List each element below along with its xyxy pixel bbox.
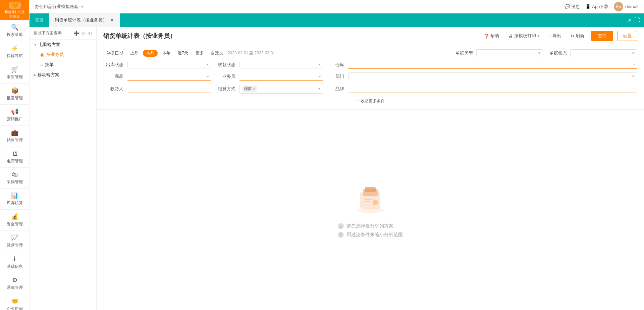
collapse-label: 收起更多条件 xyxy=(361,98,385,104)
sidebar-item-inventory[interactable]: 📊 库存核算 xyxy=(0,189,29,210)
tab-close-window-icon[interactable]: ✕ xyxy=(628,17,632,23)
date-btn-more[interactable]: 更多 xyxy=(193,50,206,57)
sidebar-item-finance-label: 资金管理 xyxy=(7,221,23,227)
payment-method-field: 现款 × ▾ xyxy=(239,84,323,94)
payment-chevron-icon: ▾ xyxy=(318,87,320,91)
print-btn[interactable]: 🖨 按模板打印 ▾ xyxy=(506,32,542,40)
payment-chip-close-icon[interactable]: × xyxy=(253,87,255,91)
date-btn-last-month[interactable]: 上月 xyxy=(127,50,141,57)
salesperson-select[interactable]: ··· xyxy=(239,72,323,81)
print-icon: 🖨 xyxy=(508,34,513,39)
help-btn[interactable]: ❓ 帮助 xyxy=(481,32,502,40)
sidebar-item-enterprise[interactable]: 🤝 企业协同 xyxy=(0,294,29,310)
app-logo: 🧡 畅捷通好生意 标准版 xyxy=(0,0,29,20)
out-status-label: 出库状态 xyxy=(103,62,123,68)
dept-label: 部门 xyxy=(327,73,344,80)
user-profile[interactable]: Ea demo2 xyxy=(614,2,639,11)
logo-icon: 🧡 xyxy=(9,2,21,9)
tab-close-icon[interactable]: ✕ xyxy=(109,17,114,23)
sidebar-item-operations[interactable]: 📈 经营管理 xyxy=(0,231,29,252)
operations-icon: 📈 xyxy=(11,234,18,242)
print-label: 按模板打印 xyxy=(514,33,536,39)
tree-arrow-desktop: ▼ xyxy=(34,43,37,47)
payment-chip-label: 现款 xyxy=(244,86,252,92)
export-btn[interactable]: ↑ 导出 xyxy=(546,32,564,40)
tree-item-desktop[interactable]: ▼ 电脑端方案 xyxy=(30,40,96,50)
brand-select[interactable]: ··· xyxy=(348,85,637,93)
left-panel: 按以下方案查询 ➕ ⊙ ≪ ▼ 电脑端方案 ◉ 按业务员 ≡ 按单 ▶ xyxy=(30,27,97,310)
sidebar-item-shortcut[interactable]: ⚡ 快捷导航 xyxy=(0,41,29,62)
order-icon: ≡ xyxy=(40,62,43,67)
sidebar-item-search[interactable]: 🔍 搜索菜单 xyxy=(0,20,29,41)
empty-hint-2: 2 用过滤条件来缩小分析范围 xyxy=(338,232,403,238)
message-btn[interactable]: 💬 消息 xyxy=(565,4,580,10)
sidebar-item-marketing[interactable]: 📢 营销推广 xyxy=(0,105,29,126)
payment-method-label: 结算方式 xyxy=(215,86,235,92)
refresh-btn[interactable]: ↻ 刷新 xyxy=(568,32,587,40)
tab-maximize-icon[interactable]: ⛶ xyxy=(635,17,640,23)
settings-button[interactable]: 设置 xyxy=(617,31,637,41)
order-type-label: 单据类型 xyxy=(453,50,473,56)
order-status-select[interactable]: ▾ xyxy=(570,49,637,57)
message-label: 消息 xyxy=(571,4,580,10)
payment-method-select[interactable]: 现款 × ▾ xyxy=(239,84,323,94)
receipt-status-label: 收款状态 xyxy=(215,62,235,68)
dept-select[interactable]: ▾ xyxy=(348,72,637,80)
payment-chip[interactable]: 现款 × xyxy=(243,86,257,92)
edit-plan-btn[interactable]: ⊙ xyxy=(81,31,85,36)
sidebar-item-wholesale[interactable]: 📦 批发管理 xyxy=(0,84,29,105)
app-download-btn[interactable]: 📱 App下载 xyxy=(585,4,608,10)
ecommerce-icon: 🖥 xyxy=(12,150,18,157)
sidebar-item-retail[interactable]: 🛒 零售管理 xyxy=(0,62,29,84)
user-avatar: Ea xyxy=(614,2,623,11)
warehouse-label: 仓库 xyxy=(327,62,344,68)
collapse-panel-btn[interactable]: ≪ xyxy=(87,31,92,36)
goods-select[interactable]: ··· xyxy=(127,72,211,81)
tree-item-mobile[interactable]: ▶ 移动端方案 xyxy=(30,70,96,80)
sidebar-item-wholesale-label: 批发管理 xyxy=(7,95,23,101)
logo-text: 畅捷通好生意 xyxy=(5,10,25,14)
left-panel-header-label: 按以下方案查询 xyxy=(34,30,62,36)
receipt-status-select[interactable]: ▾ xyxy=(239,61,323,68)
sidebar-item-purchase[interactable]: 🛍 采购管理 xyxy=(0,168,29,189)
consignee-select[interactable]: ··· xyxy=(127,85,211,93)
date-btn-7days[interactable]: 近7天 xyxy=(175,50,191,57)
sidebar-item-ecommerce[interactable]: 🖥 电商管理 xyxy=(0,147,29,168)
collapse-btn[interactable]: ⌃ 收起更多条件 xyxy=(356,98,385,104)
order-type-chevron-icon: ▾ xyxy=(538,51,540,55)
brand-dots: ··· xyxy=(633,86,637,91)
sidebar-item-basic[interactable]: ℹ 基础信息 xyxy=(0,252,29,273)
date-btn-this-month[interactable]: 本月 xyxy=(143,50,158,57)
date-btn-custom[interactable]: 自定义 xyxy=(208,50,226,57)
add-plan-btn[interactable]: ➕ xyxy=(73,31,79,36)
basic-icon: ℹ xyxy=(13,255,16,263)
tab-sales-stats[interactable]: 销货单统计表（按业务员） ✕ xyxy=(49,13,120,27)
date-btn-this-year[interactable]: 本年 xyxy=(160,50,173,57)
sidebar-item-finance[interactable]: 💰 资金管理 xyxy=(0,210,29,231)
date-filter: 上月 本月 本年 近7天 更多 自定义 2023-03-01 至 2023-03… xyxy=(127,50,275,57)
refresh-icon: ↻ xyxy=(571,34,574,39)
page-header: 销货单统计表（按业务员） ❓ 帮助 🖨 按模板打印 ▾ ↑ 导出 xyxy=(97,27,644,45)
svg-text:!: ! xyxy=(374,201,375,205)
topbar-chevron-icon: ▾ xyxy=(81,4,84,9)
finance-icon: 💰 xyxy=(11,213,18,220)
sidebar-item-system[interactable]: ⚙ 系统管理 xyxy=(0,273,29,294)
tree-item-by-order[interactable]: ≡ 按单 xyxy=(30,60,96,70)
enterprise-icon: 🤝 xyxy=(11,298,18,305)
order-type-select[interactable]: ▾ xyxy=(476,49,543,57)
print-chevron-icon: ▾ xyxy=(537,34,540,39)
query-button[interactable]: 查询 xyxy=(591,31,613,41)
sidebar-item-retail-label: 零售管理 xyxy=(7,74,23,80)
hint-1-text: 请先选择要分析的方案 xyxy=(346,223,393,229)
dept-chevron-icon: ▾ xyxy=(632,74,634,79)
tree-item-by-order-label: 按单 xyxy=(45,62,54,68)
main-area: 办公用品行业模拟账套 ▾ 💬 消息 📱 App下载 Ea demo2 首页 销货… xyxy=(30,0,644,310)
inventory-icon: 📊 xyxy=(11,192,18,199)
sidebar-item-marketing-label: 营销推广 xyxy=(7,116,23,122)
tree-item-by-salesperson[interactable]: ◉ 按业务员 xyxy=(30,50,96,60)
sidebar-item-sales[interactable]: 💼 销售管理 xyxy=(0,126,29,147)
out-status-select[interactable]: ▾ xyxy=(127,61,211,68)
warehouse-select[interactable]: ··· xyxy=(348,60,637,69)
tab-home[interactable]: 首页 xyxy=(30,13,49,27)
order-status-chevron-icon: ▾ xyxy=(632,51,634,55)
